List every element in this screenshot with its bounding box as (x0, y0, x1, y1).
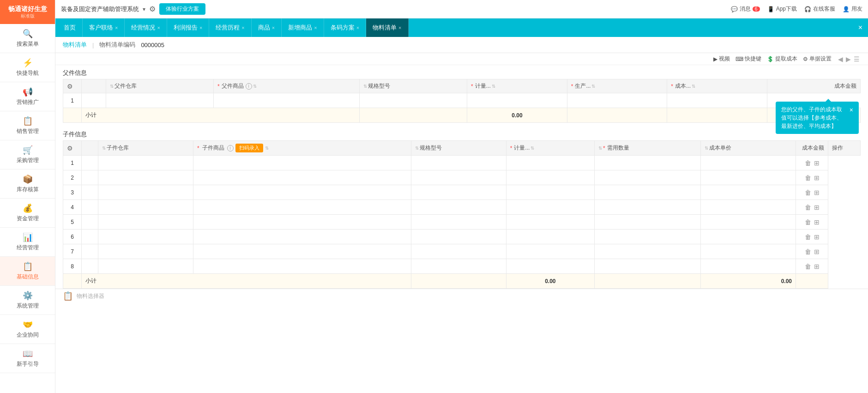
copy-icon[interactable]: ⊞ (814, 248, 820, 255)
tab-customer[interactable]: 客户联络 × (83, 18, 125, 37)
action-shortcut[interactable]: ⌨ 快捷键 (735, 55, 761, 63)
row-unit[interactable] (411, 230, 506, 244)
sidebar-item-quicknav[interactable]: ⚡ 快捷导航 (0, 53, 55, 82)
system-dropdown[interactable]: ▾ (143, 6, 145, 12)
sort-icon[interactable]: ⇅ (530, 145, 534, 151)
row-unit[interactable] (411, 156, 506, 170)
delete-icon[interactable]: 🗑 (805, 174, 811, 181)
copy-icon[interactable]: ⊞ (814, 159, 820, 167)
tab-new-goods[interactable]: 新增商品 × (282, 18, 324, 37)
sidebar-item-operation[interactable]: 📊 经营管理 (0, 228, 55, 257)
row-qty[interactable] (506, 215, 594, 230)
tab-history-close[interactable]: × (241, 25, 244, 30)
message-item[interactable]: 💬 消息 6 (731, 5, 760, 13)
row-unit[interactable] (411, 185, 506, 200)
sidebar-item-purchase[interactable]: 🛒 采购管理 (0, 140, 55, 169)
delete-icon[interactable]: 🗑 (805, 159, 811, 167)
row-cost-price[interactable] (595, 200, 701, 215)
user-item[interactable]: 👤 用友 (843, 5, 862, 13)
row-goods[interactable] (98, 170, 193, 185)
tab-operation-status-close[interactable]: × (157, 25, 160, 30)
row-cost-price[interactable] (595, 170, 701, 185)
sidebar-item-basic[interactable]: 📋 基础信息 (0, 257, 55, 286)
tab-goods-close[interactable]: × (272, 25, 275, 30)
row-unit[interactable] (359, 93, 467, 108)
copy-icon[interactable]: ⊞ (814, 263, 820, 270)
tab-bom-close[interactable]: × (398, 25, 401, 30)
gear-icon[interactable]: ⚙ (67, 145, 73, 152)
sort-icon[interactable]: ⇅ (363, 84, 367, 89)
copy-icon[interactable]: ⊞ (814, 233, 820, 241)
sort-icon[interactable]: ⇅ (265, 145, 269, 151)
tab-profit-close[interactable]: × (199, 25, 202, 30)
row-cost-price[interactable] (595, 215, 701, 230)
sidebar-item-marketing[interactable]: 📢 营销推广 (0, 82, 55, 111)
copy-icon[interactable]: ⊞ (814, 189, 820, 196)
sidebar-item-system[interactable]: ⚙️ 系统管理 (0, 286, 55, 315)
row-unit[interactable] (411, 244, 506, 259)
row-unit[interactable] (411, 170, 506, 185)
row-warehouse[interactable] (82, 170, 98, 185)
row-spec[interactable] (213, 93, 359, 108)
sort-icon[interactable]: ⇅ (253, 84, 257, 89)
row-spec[interactable] (193, 185, 411, 200)
row-warehouse[interactable] (82, 185, 98, 200)
row-warehouse[interactable] (82, 259, 98, 274)
row-unit[interactable] (411, 200, 506, 215)
action-cost[interactable]: 💲 提取成本 (767, 55, 797, 63)
row-unit[interactable] (411, 215, 506, 230)
row-qty[interactable] (506, 244, 594, 259)
delete-icon[interactable]: 🗑 (805, 218, 811, 226)
delete-icon[interactable]: 🗑 (805, 204, 811, 211)
nav-prev-btn[interactable]: ◀ (837, 55, 844, 63)
sort-icon[interactable]: ⇅ (591, 84, 595, 89)
row-spec[interactable] (193, 156, 411, 170)
row-goods[interactable] (98, 185, 193, 200)
delete-icon[interactable]: 🗑 (805, 233, 811, 241)
gear-icon[interactable]: ⚙ (67, 83, 73, 90)
tab-history[interactable]: 经营历程 × (209, 18, 251, 37)
row-qty[interactable] (506, 230, 594, 244)
nav-next-btn[interactable]: ▶ (845, 55, 852, 63)
parent-col-gear[interactable]: ⚙ (63, 79, 82, 93)
sort-icon[interactable]: ⇅ (102, 145, 106, 151)
row-goods[interactable] (98, 230, 193, 244)
service-item[interactable]: 🎧 在线客服 (804, 5, 835, 13)
row-spec[interactable] (193, 259, 411, 274)
tab-bom[interactable]: 物料清单 × (366, 18, 408, 37)
action-single-settings[interactable]: ⚙ 单据设置 (803, 55, 832, 63)
nav-tabs-close-all[interactable]: × (855, 24, 866, 32)
row-production[interactable] (467, 93, 567, 108)
sort-icon[interactable]: ⇅ (598, 145, 602, 151)
row-qty[interactable] (506, 185, 594, 200)
tab-profit[interactable]: 利润报告 × (167, 18, 209, 37)
tab-goods[interactable]: 商品 × (252, 18, 282, 37)
row-goods[interactable] (98, 259, 193, 274)
tab-barcode[interactable]: 条码方案 × (324, 18, 366, 37)
tab-home[interactable]: 首页 (57, 18, 83, 37)
delete-icon[interactable]: 🗑 (805, 263, 811, 270)
row-goods[interactable] (106, 93, 213, 108)
row-goods[interactable] (98, 200, 193, 215)
app-download-item[interactable]: 📱 App下载 (767, 5, 797, 13)
copy-icon[interactable]: ⊞ (814, 204, 820, 211)
scan-button[interactable]: 扫码录入 (235, 144, 263, 152)
row-spec[interactable] (193, 200, 411, 215)
row-qty[interactable] (506, 170, 594, 185)
tab-barcode-close[interactable]: × (356, 25, 359, 30)
row-goods[interactable] (98, 215, 193, 230)
sidebar-item-search[interactable]: 🔍 搜索菜单 (0, 24, 55, 53)
row-warehouse[interactable] (82, 200, 98, 215)
row-spec[interactable] (193, 170, 411, 185)
sidebar-item-sales[interactable]: 📋 销售管理 (0, 111, 55, 140)
row-qty[interactable] (506, 259, 594, 274)
row-warehouse[interactable] (82, 93, 106, 108)
row-warehouse[interactable] (82, 215, 98, 230)
tab-operation-status[interactable]: 经营情况 × (125, 18, 167, 37)
breadcrumb-bom-list[interactable]: 物料清单 (63, 41, 87, 49)
row-cost-price[interactable] (595, 259, 701, 274)
trial-button[interactable]: 体验行业方案 (159, 3, 205, 15)
child-col-gear[interactable]: ⚙ (63, 141, 82, 156)
copy-icon[interactable]: ⊞ (814, 218, 820, 226)
sidebar-item-finance[interactable]: 💰 资金管理 (0, 199, 55, 228)
